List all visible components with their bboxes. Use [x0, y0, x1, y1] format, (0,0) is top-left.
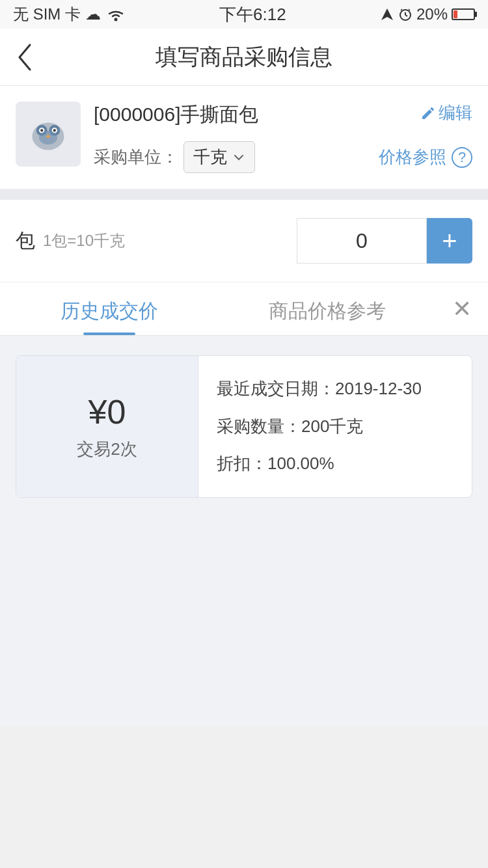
back-button[interactable]: [16, 42, 34, 72]
history-trade-count: 交易2次: [77, 438, 137, 461]
tab-bar: 历史成交价 商品价格参考 ✕: [0, 282, 488, 336]
status-left: 无 SIM 卡 ☁: [13, 4, 126, 25]
product-logo-icon: [25, 111, 71, 157]
purchase-unit-row: 采购单位： 千克 价格参照 ?: [94, 141, 472, 173]
unit-conversion: 1包=10千克: [43, 230, 125, 251]
tab-close-button[interactable]: ✕: [436, 295, 488, 323]
back-chevron-icon: [16, 42, 34, 72]
quantity-plus-button[interactable]: +: [427, 218, 472, 264]
svg-point-13: [53, 129, 56, 131]
nav-bar: 填写商品采购信息: [0, 29, 488, 86]
svg-line-5: [401, 9, 402, 10]
price-ref-label: 价格参照: [379, 146, 446, 169]
product-card: [0000006]手撕面包 编辑 采购单位： 千克 价格参照: [0, 86, 488, 189]
unit-value: 千克: [193, 146, 227, 169]
content-area: ¥0 交易2次 最近成交日期：2019-12-30 采购数量：200千克 折扣：…: [0, 336, 488, 726]
price-ref-button[interactable]: 价格参照 ?: [379, 146, 472, 169]
location-icon: [380, 7, 394, 21]
quantity-input-group: +: [297, 218, 472, 264]
status-bar: 无 SIM 卡 ☁ 下午6:12 20%: [0, 0, 488, 29]
tab-history-price[interactable]: 历史成交价: [0, 282, 218, 335]
edit-icon: [420, 105, 436, 121]
wifi-icon: [106, 7, 126, 21]
svg-line-4: [405, 15, 407, 16]
svg-point-14: [39, 131, 57, 144]
svg-point-12: [40, 129, 43, 131]
unit-label: 采购单位：: [94, 146, 178, 169]
edit-label: 编辑: [439, 102, 472, 124]
history-price: ¥0: [88, 392, 126, 431]
product-image: [16, 102, 81, 167]
svg-point-0: [114, 18, 117, 21]
history-price-summary: ¥0 交易2次: [16, 356, 198, 497]
svg-marker-1: [381, 8, 393, 20]
unit-select-button[interactable]: 千克: [183, 141, 255, 173]
battery-icon: [452, 8, 475, 20]
info-icon: ?: [452, 147, 472, 168]
history-qty-row: 采购数量：200千克: [217, 413, 454, 441]
history-discount-row: 折扣：100.00%: [217, 450, 454, 478]
edit-button[interactable]: 编辑: [420, 102, 472, 124]
quantity-input[interactable]: [297, 218, 427, 264]
status-time: 下午6:12: [219, 3, 286, 26]
status-right: 20%: [380, 5, 475, 23]
history-details: 最近成交日期：2019-12-30 采购数量：200千克 折扣：100.00%: [198, 356, 472, 497]
svg-line-6: [409, 9, 410, 10]
battery-percent: 20%: [416, 5, 448, 23]
alarm-icon: [398, 7, 413, 21]
dropdown-chevron-icon: [232, 151, 245, 164]
page-title: 填写商品采购信息: [156, 42, 332, 72]
product-header: [0000006]手撕面包 编辑: [94, 102, 472, 128]
tab-product-price-ref[interactable]: 商品价格参考: [218, 282, 436, 335]
history-card: ¥0 交易2次 最近成交日期：2019-12-30 采购数量：200千克 折扣：…: [16, 355, 472, 498]
sim-carrier-label: 无 SIM 卡 ☁: [13, 4, 101, 25]
unit-badge: 包: [16, 228, 35, 254]
quantity-unit-info: 包 1包=10千克: [16, 228, 125, 254]
product-name: [0000006]手撕面包: [94, 102, 258, 128]
history-date-row: 最近成交日期：2019-12-30: [217, 375, 454, 403]
quantity-row: 包 1包=10千克 +: [0, 200, 488, 282]
section-divider: [0, 189, 488, 200]
product-info: [0000006]手撕面包 编辑 采购单位： 千克 价格参照: [94, 102, 472, 173]
